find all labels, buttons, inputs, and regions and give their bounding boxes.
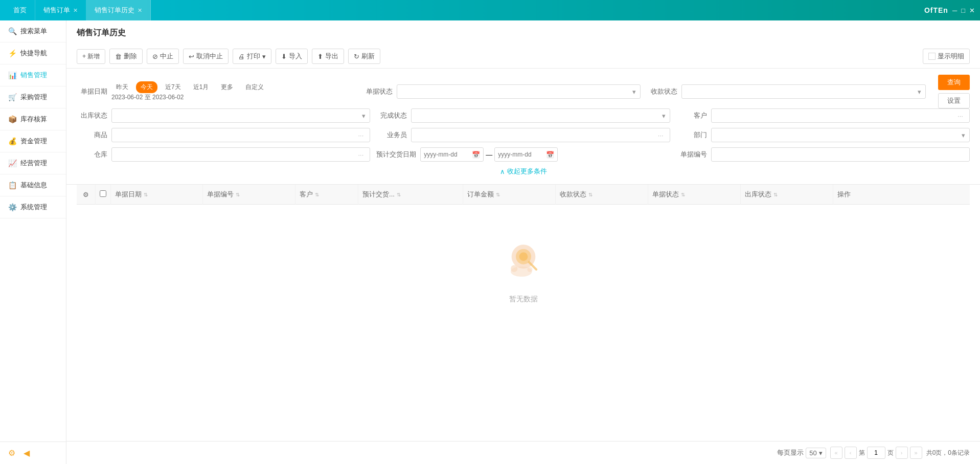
sidebar-item-system[interactable]: ⚙️ 系统管理 <box>0 196 66 218</box>
table-checkbox-th <box>95 185 110 205</box>
refresh-button[interactable]: ↻ 刷新 <box>348 49 380 64</box>
new-button[interactable]: + 新增 <box>77 49 105 64</box>
select-all-checkbox[interactable] <box>100 190 106 197</box>
close-btn[interactable]: ✕ <box>969 7 975 14</box>
minimize-btn[interactable]: ─ <box>952 7 957 14</box>
th-customer-label: 客户 <box>300 190 313 199</box>
stop-icon: ⊘ <box>152 53 158 60</box>
th-order-status-sort[interactable]: 单据状态 ⇅ <box>652 190 736 199</box>
delivery-date-end-input[interactable] <box>498 151 544 158</box>
delete-label: 删除 <box>124 52 137 61</box>
collapse-sidebar-icon[interactable]: ◀ <box>24 448 30 458</box>
date-today[interactable]: 今天 <box>136 81 157 93</box>
dept-select[interactable]: ▾ <box>711 128 970 142</box>
order-no-input[interactable] <box>711 147 970 162</box>
th-order-no-sort[interactable]: 单据编号 ⇅ <box>207 190 291 199</box>
display-detail-button[interactable]: 显示明细 <box>923 49 970 64</box>
basic-info-icon: 📋 <box>8 181 16 189</box>
cancel-stop-button[interactable]: ↩ 取消中止 <box>183 49 229 64</box>
warehouse-dots[interactable]: ··· <box>356 151 366 159</box>
sidebar-item-sales[interactable]: 📊 销售管理 <box>0 64 66 86</box>
delivery-date-start-input[interactable] <box>424 151 470 158</box>
sidebar-item-inventory[interactable]: 📦 库存核算 <box>0 108 66 130</box>
product-select[interactable]: ··· <box>111 128 370 142</box>
th-operations-label: 操作 <box>837 190 851 198</box>
calendar-end-icon[interactable]: 📅 <box>546 151 554 159</box>
setting-button[interactable]: 设置 <box>938 93 970 108</box>
sidebar-item-purchase[interactable]: 🛒 采购管理 <box>0 86 66 108</box>
th-delivery: 预计交货... ⇅ <box>358 185 463 205</box>
prev-page-btn[interactable]: ‹ <box>845 447 857 459</box>
salesman-select[interactable]: ··· <box>411 128 670 142</box>
main-layout: 🔍 搜索菜单 ⚡ 快捷导航 📊 销售管理 🛒 采购管理 📦 库存核算 💰 资金管… <box>0 20 980 464</box>
toolbar: + 新增 🗑 删除 ⊘ 中止 ↩ 取消中止 🖨 打印 ▾ ⬇ 导入 <box>66 45 980 69</box>
filter-complete-status-item: 完成状态 ▾ <box>376 108 670 123</box>
tab-sales-order[interactable]: 销售订单 ✕ <box>35 0 86 20</box>
collapse-conditions[interactable]: ∧ 收起更多条件 <box>77 165 970 178</box>
th-amount-sort[interactable]: 订单金额 ⇅ <box>467 190 551 199</box>
filter-product-item: 商品 ··· <box>77 128 370 142</box>
settings-bottom-icon[interactable]: ⚙ <box>8 448 15 458</box>
sidebar-item-operations[interactable]: 📈 经营管理 <box>0 152 66 174</box>
order-no-control <box>711 147 970 162</box>
date-range-separator: — <box>486 151 492 159</box>
maximize-btn[interactable]: □ <box>961 7 965 14</box>
page-size-box[interactable]: 50 ▾ <box>806 448 826 458</box>
refresh-icon: ↻ <box>354 53 359 60</box>
th-operations: 操作 <box>833 185 970 205</box>
date-more[interactable]: 更多 <box>216 81 238 93</box>
customer-dots[interactable]: ··· <box>955 112 965 120</box>
receipt-status-select[interactable]: ▾ <box>681 84 926 99</box>
print-button[interactable]: 🖨 打印 ▾ <box>233 49 271 64</box>
order-status-chevron: ▾ <box>632 88 636 96</box>
sidebar-item-finance[interactable]: 💰 资金管理 <box>0 130 66 152</box>
delete-button[interactable]: 🗑 删除 <box>109 49 143 64</box>
th-receipt-status-sort[interactable]: 收款状态 ⇅ <box>560 190 644 199</box>
stop-button[interactable]: ⊘ 中止 <box>147 49 179 64</box>
complete-status-select[interactable]: ▾ <box>411 108 670 123</box>
cancel-stop-label: 取消中止 <box>196 52 223 61</box>
query-button[interactable]: 查询 <box>938 75 970 90</box>
order-status-select[interactable]: ▾ <box>397 84 641 99</box>
tab-home[interactable]: 首页 <box>5 0 35 20</box>
last-page-btn[interactable]: » <box>910 447 922 459</box>
sidebar-item-basic-info[interactable]: 📋 基础信息 <box>0 174 66 196</box>
sidebar-item-search[interactable]: 🔍 搜索菜单 <box>0 20 66 42</box>
th-warehouse-status: 出库状态 ⇅ <box>740 185 833 205</box>
th-date-sort[interactable]: 单据日期 ⇅ <box>115 190 199 199</box>
th-delivery-sort[interactable]: 预计交货... ⇅ <box>362 190 459 199</box>
warehouse-status-select[interactable]: ▾ <box>111 108 370 123</box>
salesman-dots[interactable]: ··· <box>656 131 666 139</box>
date-custom[interactable]: 自定义 <box>241 81 268 93</box>
delete-icon: 🗑 <box>115 53 122 60</box>
tab-sales-order-history-close[interactable]: ✕ <box>138 7 142 14</box>
export-button[interactable]: ⬆ 导出 <box>312 49 344 64</box>
first-page-btn[interactable]: « <box>830 447 842 459</box>
table-settings-icon[interactable]: ⚙ <box>83 191 89 198</box>
product-dots[interactable]: ··· <box>356 131 366 139</box>
tab-home-label: 首页 <box>13 6 27 15</box>
tab-sales-order-history-label: 销售订单历史 <box>95 6 134 15</box>
date-1month[interactable]: 近1月 <box>189 81 214 93</box>
sidebar-item-finance-label: 资金管理 <box>20 137 47 146</box>
sidebar-item-quicknav[interactable]: ⚡ 快捷导航 <box>0 42 66 64</box>
date-7days[interactable]: 近7天 <box>161 81 186 93</box>
delivery-date-label: 预计交货日期 <box>376 150 416 159</box>
tab-sales-order-history[interactable]: 销售订单历史 ✕ <box>86 0 151 20</box>
customer-control: ··· <box>711 108 970 123</box>
import-button[interactable]: ⬇ 导入 <box>276 49 308 64</box>
tab-sales-order-close[interactable]: ✕ <box>73 7 78 14</box>
date-yesterday[interactable]: 昨天 <box>111 81 133 93</box>
display-detail-checkbox[interactable] <box>928 53 936 60</box>
warehouse-select[interactable]: ··· <box>111 147 370 162</box>
import-label: 导入 <box>289 52 302 61</box>
th-customer-sort[interactable]: 客户 ⇅ <box>300 190 354 199</box>
page-size-label: 每页显示 <box>777 448 804 457</box>
export-label: 导出 <box>325 52 338 61</box>
customer-select[interactable]: ··· <box>711 108 970 123</box>
page-number-input[interactable] <box>867 447 885 459</box>
th-warehouse-status-sort[interactable]: 出库状态 ⇅ <box>745 190 829 199</box>
next-page-btn[interactable]: › <box>896 447 908 459</box>
salesman-control: ··· <box>411 128 670 142</box>
calendar-start-icon[interactable]: 📅 <box>472 151 480 159</box>
